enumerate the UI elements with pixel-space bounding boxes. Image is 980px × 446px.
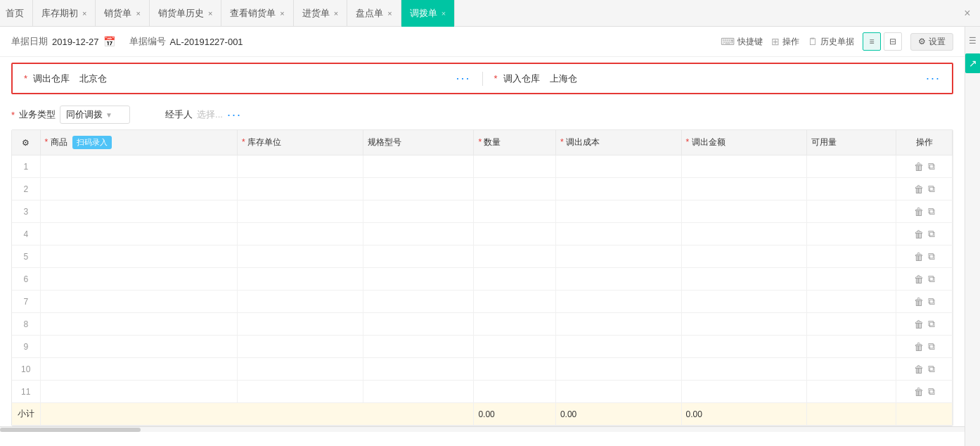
tab-inventory-check[interactable]: 盘点单 × [347, 0, 401, 27]
delete-row-button[interactable]: 🗑 [914, 341, 924, 352]
qty-cell[interactable] [474, 155, 556, 178]
qty-cell[interactable] [474, 381, 556, 403]
card-view-button[interactable]: ⊟ [884, 32, 902, 51]
tab-sales-order[interactable]: 销货单 × [96, 0, 149, 27]
delete-row-button[interactable]: 🗑 [914, 229, 924, 240]
copy-row-button[interactable]: ⧉ [928, 273, 935, 285]
spec-cell[interactable] [363, 313, 474, 336]
qty-cell[interactable] [474, 358, 556, 381]
horizontal-scrollbar[interactable] [0, 426, 965, 432]
amount-cell[interactable] [681, 313, 807, 336]
product-cell[interactable] [40, 178, 237, 200]
unit-cell[interactable] [237, 223, 363, 246]
amount-cell[interactable] [681, 358, 807, 381]
copy-row-button[interactable]: ⧉ [928, 363, 935, 375]
unit-cell[interactable] [237, 336, 363, 358]
cost-cell[interactable] [555, 313, 681, 336]
unit-cell[interactable] [237, 381, 363, 403]
spec-cell[interactable] [363, 223, 474, 246]
cost-cell[interactable] [555, 223, 681, 246]
delete-row-button[interactable]: 🗑 [914, 184, 924, 195]
qty-cell[interactable] [474, 268, 556, 291]
tab-transfer[interactable]: 调拨单 × [401, 0, 455, 27]
spec-cell[interactable] [363, 268, 474, 291]
copy-row-button[interactable]: ⧉ [928, 183, 935, 195]
copy-row-button[interactable]: ⧉ [928, 386, 935, 397]
tab-purchase-order[interactable]: 进货单 × [294, 0, 347, 27]
cost-cell[interactable] [555, 336, 681, 358]
cost-cell[interactable] [555, 155, 681, 178]
close-tab-view-sales[interactable]: × [280, 9, 284, 18]
contact-placeholder[interactable]: 选择... [197, 108, 223, 121]
amount-cell[interactable] [681, 155, 807, 178]
cost-cell[interactable] [555, 200, 681, 223]
unit-cell[interactable] [237, 268, 363, 291]
product-cell[interactable] [40, 155, 237, 178]
history-button[interactable]: 🗒 历史单据 [808, 36, 854, 48]
biz-type-select[interactable]: 同价调拨 ▼ [60, 106, 130, 124]
unit-cell[interactable] [237, 178, 363, 200]
available-cell[interactable] [807, 381, 896, 403]
cost-cell[interactable] [555, 178, 681, 200]
delete-row-button[interactable]: 🗑 [914, 274, 924, 285]
spec-cell[interactable] [363, 291, 474, 313]
amount-cell[interactable] [681, 381, 807, 403]
copy-row-button[interactable]: ⧉ [928, 318, 935, 330]
tab-view-sales[interactable]: 查看销货单 × [221, 0, 293, 27]
qty-cell[interactable] [474, 178, 556, 200]
close-tab-sales-history[interactable]: × [208, 9, 212, 18]
cost-cell[interactable] [555, 268, 681, 291]
qty-cell[interactable] [474, 223, 556, 246]
list-view-button[interactable]: ≡ [863, 32, 881, 51]
spec-cell[interactable] [363, 246, 474, 268]
contact-more[interactable]: ··· [227, 108, 242, 122]
close-tab-inventory-init[interactable]: × [82, 9, 86, 18]
spec-cell[interactable] [363, 200, 474, 223]
scan-button[interactable]: 扫码录入 [72, 136, 112, 149]
qty-cell[interactable] [474, 336, 556, 358]
tab-home[interactable]: 首页 [6, 0, 33, 27]
available-cell[interactable] [807, 246, 896, 268]
available-cell[interactable] [807, 178, 896, 200]
amount-cell[interactable] [681, 246, 807, 268]
qty-cell[interactable] [474, 246, 556, 268]
unit-cell[interactable] [237, 358, 363, 381]
sidebar-list-button[interactable]: ☰ [966, 34, 980, 48]
delete-row-button[interactable]: 🗑 [914, 251, 924, 262]
gear-icon[interactable]: ⚙ [22, 138, 30, 148]
qty-cell[interactable] [474, 313, 556, 336]
amount-cell[interactable] [681, 336, 807, 358]
scrollbar-thumb[interactable] [0, 428, 141, 432]
sidebar-export-button[interactable]: ↗ [965, 53, 981, 73]
copy-row-button[interactable]: ⧉ [928, 160, 935, 172]
available-cell[interactable] [807, 268, 896, 291]
spec-cell[interactable] [363, 358, 474, 381]
copy-row-button[interactable]: ⧉ [928, 205, 935, 217]
available-cell[interactable] [807, 200, 896, 223]
available-cell[interactable] [807, 223, 896, 246]
available-cell[interactable] [807, 291, 896, 313]
amount-cell[interactable] [681, 268, 807, 291]
gear-column-header[interactable]: ⚙ [12, 130, 40, 155]
close-tab-sales-order[interactable]: × [136, 9, 140, 18]
tab-sales-history[interactable]: 销货单历史 × [150, 0, 221, 27]
cost-cell[interactable] [555, 381, 681, 403]
delete-row-button[interactable]: 🗑 [914, 364, 924, 375]
delete-row-button[interactable]: 🗑 [914, 206, 924, 217]
product-cell[interactable] [40, 381, 237, 403]
delete-row-button[interactable]: 🗑 [914, 319, 924, 330]
qty-cell[interactable] [474, 200, 556, 223]
delete-row-button[interactable]: 🗑 [914, 161, 924, 172]
close-tab-transfer[interactable]: × [441, 9, 446, 18]
window-close-button[interactable]: × [960, 6, 974, 20]
cost-cell[interactable] [555, 246, 681, 268]
transfer-in-more[interactable]: ··· [926, 71, 941, 86]
unit-cell[interactable] [237, 246, 363, 268]
product-cell[interactable] [40, 291, 237, 313]
available-cell[interactable] [807, 358, 896, 381]
available-cell[interactable] [807, 155, 896, 178]
qty-cell[interactable] [474, 291, 556, 313]
product-cell[interactable] [40, 358, 237, 381]
close-tab-purchase-order[interactable]: × [334, 9, 338, 18]
copy-row-button[interactable]: ⧉ [928, 250, 935, 262]
